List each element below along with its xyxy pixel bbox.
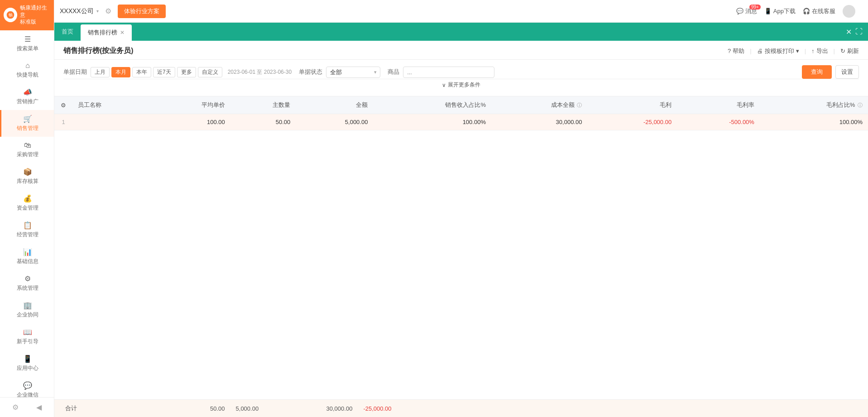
sidebar-item-sales[interactable]: 🛒 销售管理 — [0, 110, 54, 137]
sidebar-item-app-center[interactable]: 📱 应用中心 — [0, 350, 54, 377]
prev-month-btn[interactable]: 上月 — [91, 67, 110, 77]
expand-conditions-btn[interactable]: ∨ 展开更多条件 — [442, 81, 480, 89]
trial-btn[interactable]: 体验行业方案 — [118, 5, 166, 18]
sidebar-item-enterprise[interactable]: 🏢 企业协同 — [0, 297, 54, 323]
sidebar-item-quick-nav[interactable]: ⌂ 快捷导航 — [0, 57, 54, 83]
sidebar-collapse-btn[interactable]: ◀ — [34, 401, 43, 413]
date-range-text: 2023-06-01 至 2023-06-30 — [228, 68, 292, 76]
sidebar-item-marketing[interactable]: 📣 营销推广 — [0, 83, 54, 110]
service-btn[interactable]: 🎧 在线客服 — [803, 7, 835, 15]
col-amount: 全额 — [296, 96, 373, 114]
cell-qty: 50.00 — [230, 114, 296, 130]
goods-input[interactable] — [403, 67, 494, 78]
wechat-icon: 💬 — [23, 381, 32, 390]
cost-info-icon: ⓘ — [577, 102, 582, 108]
query-btn[interactable]: 查询 — [802, 65, 832, 79]
footer-amount: 5,000.00 — [230, 405, 276, 412]
inventory-icon: 📦 — [23, 168, 32, 176]
topbar-right: 💬 消息 99+ 📱 App下载 🎧 在线客服 — [736, 5, 863, 18]
col-settings-icon[interactable]: ⚙ — [61, 102, 66, 109]
page-title: 销售排行榜(按业务员) — [63, 46, 134, 56]
expand-bar: ∨ 展开更多条件 — [63, 79, 859, 91]
cell-amount: 5,000.00 — [296, 114, 373, 130]
filter-actions: 查询 设置 — [802, 65, 859, 79]
more-btn[interactable]: 更多 — [177, 67, 196, 77]
guide-icon: 📖 — [23, 328, 32, 336]
goods-input-wrap — [403, 67, 494, 78]
data-table: ⚙ 员工名称 平均单价 主数量 全额 销售收入占比% 成本全额 ⓘ 毛利 毛利率 — [54, 96, 868, 130]
col-gross-rate: 毛利率 — [677, 96, 760, 114]
sidebar-settings-btn[interactable]: ⚙ — [10, 401, 20, 413]
sidebar-item-inventory[interactable]: 📦 库存核算 — [0, 163, 54, 190]
tab-close-icon[interactable]: ✕ — [120, 29, 125, 36]
system-icon: ⚙ — [24, 274, 31, 283]
sidebar-item-basic-info[interactable]: 📊 基础信息 — [0, 243, 54, 270]
content-area: 销售排行榜(按业务员) ? 帮助 | 🖨 按模板打印 ▾ | ↑ 导出 | — [54, 41, 868, 417]
filter-settings-btn[interactable]: 设置 — [835, 65, 859, 79]
footer-cost: 30,000.00 — [321, 405, 358, 412]
tab-home[interactable]: 首页 — [54, 23, 81, 41]
col-settings: ⚙ — [54, 96, 72, 114]
cell-rank: 1 — [54, 114, 72, 130]
current-month-btn[interactable]: 本月 — [111, 67, 130, 77]
sidebar-item-operations[interactable]: 📋 经营管理 — [0, 216, 54, 243]
sidebar-item-finance[interactable]: 💰 资金管理 — [0, 190, 54, 216]
table-header-row: ⚙ 员工名称 平均单价 主数量 全额 销售收入占比% 成本全额 ⓘ 毛利 毛利率 — [54, 96, 868, 114]
message-btn[interactable]: 💬 消息 99+ — [736, 7, 757, 15]
col-gross: 毛利 — [587, 96, 677, 114]
col-gross-pct: 毛利占比% ⓘ — [760, 96, 868, 114]
finance-icon: 💰 — [23, 194, 32, 203]
goods-label: 商品 — [388, 68, 399, 76]
service-icon: 🎧 — [803, 8, 810, 14]
7days-btn[interactable]: 近7天 — [153, 67, 175, 77]
refresh-btn[interactable]: ↻ 刷新 — [840, 47, 859, 55]
status-filter: 单据状态 全部 已审核 未审核 — [299, 67, 380, 78]
status-select[interactable]: 全部 已审核 未审核 — [326, 67, 380, 78]
col-sales-pct: 销售收入占比% — [373, 96, 491, 114]
sidebar: 畅 畅康通好生意 标准版 ☰ 搜索菜单 ⌂ 快捷导航 📣 营销推广 🛒 销售管理… — [0, 0, 54, 417]
basic-info-icon: 📊 — [23, 248, 32, 256]
cell-gross: -25,000.00 — [587, 114, 677, 130]
avatar[interactable] — [843, 5, 855, 18]
topbar-settings-icon[interactable]: ⚙ — [103, 5, 113, 17]
cell-gross-rate: -500.00% — [677, 114, 760, 130]
svg-text:畅: 畅 — [8, 13, 12, 18]
expand-chevron-icon: ∨ — [442, 82, 446, 88]
footer-gross: -25,000.00 — [358, 405, 397, 412]
sidebar-logo: 畅 畅康通好生意 标准版 — [0, 0, 54, 30]
app-download-btn[interactable]: 📱 App下载 — [764, 7, 796, 15]
date-buttons: 上月 本月 本年 近7天 更多 自定义 — [91, 67, 222, 77]
sidebar-item-search[interactable]: ☰ 搜索菜单 — [0, 30, 54, 57]
table-wrap: ⚙ 员工名称 平均单价 主数量 全额 销售收入占比% 成本全额 ⓘ 毛利 毛利率 — [54, 96, 868, 399]
sidebar-item-purchase[interactable]: 🛍 采购管理 — [0, 137, 54, 163]
tab-close-all-btn[interactable]: ✕ — [846, 28, 852, 36]
refresh-icon: ↻ — [840, 48, 845, 54]
tab-expand-btn[interactable]: ⛶ — [855, 28, 863, 36]
help-btn[interactable]: ? 帮助 — [728, 47, 744, 55]
company-name: XXXXX公司 — [60, 7, 94, 15]
tab-sales-rank[interactable]: 销售排行榜 ✕ — [81, 24, 132, 41]
date-filter: 单据日期 上月 本月 本年 近7天 更多 自定义 2023-06-01 至 20… — [63, 67, 292, 77]
year-btn[interactable]: 本年 — [132, 67, 151, 77]
divider2: | — [805, 48, 806, 54]
company-arrow-icon: ▾ — [96, 9, 99, 14]
export-btn[interactable]: ↑ 导出 — [811, 47, 828, 55]
print-arrow-icon: ▾ — [796, 48, 799, 54]
status-label: 单据状态 — [299, 68, 322, 76]
goods-filter: 商品 — [388, 67, 494, 78]
filter-row: 单据日期 上月 本月 本年 近7天 更多 自定义 2023-06-01 至 20… — [63, 65, 859, 79]
cell-avg-price: 100.00 — [151, 114, 230, 130]
sidebar-item-guide[interactable]: 📖 新手引导 — [0, 323, 54, 350]
divider3: | — [834, 48, 835, 54]
company-selector[interactable]: XXXXX公司 ▾ — [60, 7, 99, 15]
gross-pct-info-icon: ⓘ — [858, 102, 863, 108]
sidebar-item-wechat[interactable]: 💬 企业微信 — [0, 377, 54, 397]
custom-btn[interactable]: 自定义 — [198, 67, 222, 77]
table-body: 1 100.00 50.00 5,000.00 100.00% 30,000.0… — [54, 114, 868, 130]
app-center-icon: 📱 — [23, 355, 32, 363]
print-btn[interactable]: 🖨 按模板打印 ▾ — [757, 47, 799, 55]
sidebar-nav: ☰ 搜索菜单 ⌂ 快捷导航 📣 营销推广 🛒 销售管理 🛍 采购管理 📦 库存核… — [0, 30, 54, 397]
sales-icon: 🛒 — [23, 115, 32, 123]
cell-cost: 30,000.00 — [491, 114, 588, 130]
sidebar-item-system[interactable]: ⚙ 系统管理 — [0, 270, 54, 297]
